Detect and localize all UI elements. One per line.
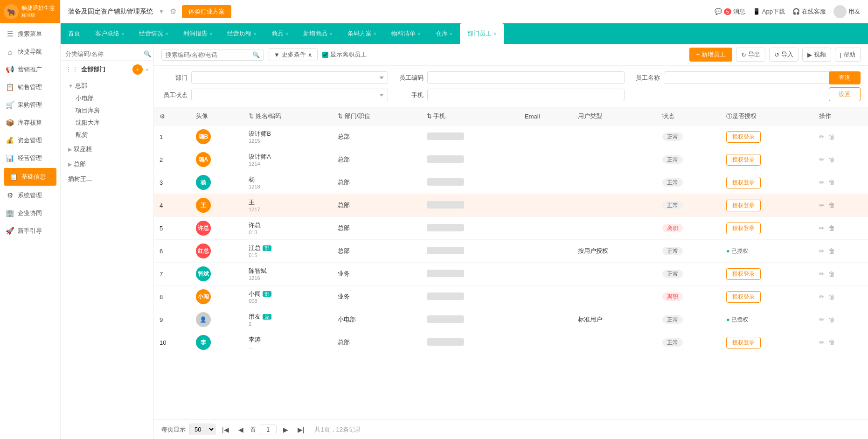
tab-close-icon[interactable]: ×	[121, 31, 124, 36]
message-button[interactable]: 💬 5 消息	[715, 7, 745, 16]
show-resigned-checkbox[interactable]: 显示离职员工	[322, 50, 367, 59]
delete-icon[interactable]: 🗑	[828, 270, 835, 278]
tab-close-icon[interactable]: ×	[165, 31, 168, 36]
dept-child-xiangmu[interactable]: 项目库房	[61, 105, 153, 117]
edit-icon[interactable]: ✏	[819, 156, 825, 163]
sidebar-item-finance[interactable]: 💰 资金管理	[0, 132, 60, 149]
sidebar-item-enterprise[interactable]: 🏢 企业协同	[0, 204, 60, 222]
tab-barcode[interactable]: 条码方案 ×	[340, 23, 384, 44]
user-menu[interactable]: 用友	[833, 5, 861, 18]
tab-profit[interactable]: 利润报告 ×	[176, 23, 220, 44]
settings-icon[interactable]: ⚙	[170, 7, 176, 16]
dept-collapse-icon[interactable]: «	[146, 66, 149, 73]
auth-button[interactable]: 授权登录	[726, 291, 761, 303]
tab-close-icon[interactable]: ×	[209, 31, 212, 36]
dept-child-shenyang[interactable]: 沈阳大库	[61, 117, 153, 129]
search-button[interactable]: 查询	[829, 71, 861, 84]
edit-icon[interactable]: ✏	[819, 270, 825, 278]
employee-search-input[interactable]	[166, 51, 250, 58]
tab-goods[interactable]: 商品 ×	[264, 23, 296, 44]
support-button[interactable]: 🎧 在线客服	[792, 7, 826, 16]
col-name[interactable]: ⇅ 姓名/编码	[243, 107, 332, 125]
delete-icon[interactable]: 🗑	[828, 339, 835, 346]
delete-icon[interactable]: 🗑	[828, 316, 835, 323]
sidebar-item-search[interactable]: ☰ 搜索菜单	[0, 25, 60, 43]
dept-group-title[interactable]: ▶双座想	[61, 143, 153, 156]
more-filters-button[interactable]: ▼ 更多条件 ∧	[269, 48, 318, 61]
per-page-select[interactable]: 50 100	[189, 424, 215, 435]
tab-operations[interactable]: 经营情况 ×	[132, 23, 175, 44]
phone-filter-input[interactable]	[427, 89, 624, 101]
tab-employees[interactable]: 部门员工 ×	[460, 23, 504, 44]
delete-icon[interactable]: 🗑	[828, 224, 835, 232]
tab-close-icon[interactable]: ×	[253, 31, 256, 36]
last-page-button[interactable]: ▶|	[295, 425, 307, 434]
status-filter-select[interactable]	[191, 89, 388, 101]
tab-warehouse[interactable]: 仓库 ×	[428, 23, 460, 44]
dept-add-button[interactable]: +	[132, 64, 143, 75]
col-dept[interactable]: ⇅ 部门/职位	[332, 107, 421, 125]
tab-close-icon[interactable]: ×	[450, 31, 452, 36]
resigned-checkbox-input[interactable]	[322, 52, 328, 58]
delete-icon[interactable]: 🗑	[828, 133, 835, 140]
auth-button[interactable]: 授权登录	[726, 223, 761, 234]
tab-customers[interactable]: 客户联络 ×	[88, 23, 132, 44]
sidebar-item-inventory[interactable]: 📦 库存核算	[0, 114, 60, 132]
sidebar-item-marketing[interactable]: 📢 营销推广	[0, 61, 60, 78]
edit-icon[interactable]: ✏	[819, 316, 825, 323]
col-settings[interactable]: ⚙	[154, 107, 190, 125]
page-input[interactable]	[260, 425, 277, 434]
tab-close-icon[interactable]: ×	[329, 31, 332, 36]
delete-icon[interactable]: 🗑	[828, 202, 835, 209]
delete-icon[interactable]: 🗑	[828, 247, 835, 255]
tab-addgoods[interactable]: 新增商品 ×	[296, 23, 340, 44]
delete-icon[interactable]: 🗑	[828, 156, 835, 163]
help-button[interactable]: | 帮助	[835, 48, 861, 62]
edit-icon[interactable]: ✏	[819, 293, 825, 300]
prev-page-button[interactable]: ◀	[236, 425, 246, 434]
add-employee-button[interactable]: + 新增员工	[689, 48, 732, 62]
auth-button[interactable]: 授权登录	[726, 200, 761, 211]
dept-filter-select[interactable]	[191, 71, 388, 84]
auth-button[interactable]: 授权登录	[726, 131, 761, 143]
dept-group-title[interactable]: 插树王二	[61, 173, 153, 186]
auth-button[interactable]: 授权登录	[726, 268, 761, 280]
dept-child-xiaodian[interactable]: 小电部	[61, 92, 153, 105]
app-download-button[interactable]: 📱 App下载	[753, 7, 785, 16]
delete-icon[interactable]: 🗑	[828, 293, 835, 300]
next-page-button[interactable]: ▶	[280, 425, 291, 434]
col-phone[interactable]: ⇅ 手机	[421, 107, 519, 125]
sidebar-item-purchase[interactable]: 🛒 采购管理	[0, 96, 60, 114]
tab-close-icon[interactable]: ×	[374, 31, 376, 36]
tab-bom[interactable]: 物料清单 ×	[384, 23, 428, 44]
dept-all-label[interactable]: 全部部门	[81, 65, 130, 74]
delete-icon[interactable]: 🗑	[828, 179, 835, 186]
sidebar-item-sales[interactable]: 📋 销售管理	[0, 78, 60, 96]
sidebar-item-quicknav[interactable]: ⌂ 快捷导航	[0, 43, 60, 61]
tab-close-icon[interactable]: ×	[417, 31, 420, 36]
sidebar-item-system[interactable]: ⚙ 系统管理	[0, 187, 60, 204]
sidebar-item-guide[interactable]: 🚀 新手引导	[0, 222, 60, 240]
tab-home[interactable]: 首页	[61, 23, 88, 44]
auth-button[interactable]: 授权登录	[726, 337, 761, 348]
edit-icon[interactable]: ✏	[819, 202, 825, 209]
dept-group-title[interactable]: ▼总部	[61, 79, 153, 92]
import-button[interactable]: ↺ 导入	[769, 48, 799, 62]
dept-child-peihuo[interactable]: 配货	[61, 129, 153, 141]
empcode-filter-input[interactable]	[427, 71, 624, 84]
sidebar-item-basic[interactable]: 📋 基础信息	[4, 168, 56, 186]
tab-history[interactable]: 经营历程 ×	[220, 23, 264, 44]
dept-search-input[interactable]	[65, 50, 144, 57]
auth-button[interactable]: 授权登录	[726, 154, 761, 166]
edit-icon[interactable]: ✏	[819, 339, 825, 346]
auth-button[interactable]: 授权登录	[726, 177, 761, 188]
tab-close-icon[interactable]: ×	[493, 31, 496, 36]
tab-close-icon[interactable]: ×	[285, 31, 288, 36]
first-page-button[interactable]: |◀	[219, 425, 232, 434]
export-button[interactable]: ↻ 导出	[736, 48, 765, 62]
edit-icon[interactable]: ✏	[819, 224, 825, 232]
edit-icon[interactable]: ✏	[819, 179, 825, 186]
trial-button[interactable]: 体验行业方案	[182, 5, 231, 18]
edit-icon[interactable]: ✏	[819, 133, 825, 140]
set-button[interactable]: 设置	[829, 87, 861, 101]
